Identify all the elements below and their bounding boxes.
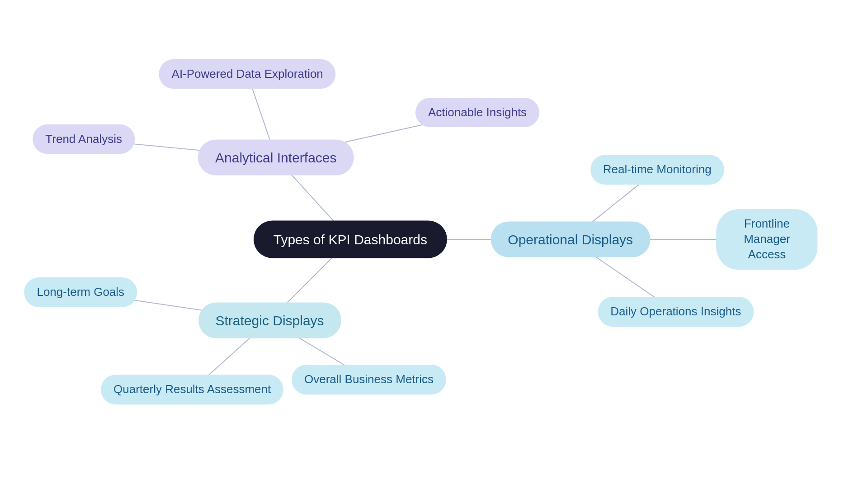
real-time-monitoring-node[interactable]: Real-time Monitoring: [590, 155, 724, 185]
mind-map-canvas: Types of KPI DashboardsAnalytical Interf…: [0, 0, 868, 490]
daily-operations-node[interactable]: Daily Operations Insights: [598, 297, 754, 327]
ai-powered-node[interactable]: AI-Powered Data Exploration: [159, 59, 336, 89]
overall-business-node[interactable]: Overall Business Metrics: [292, 365, 446, 395]
quarterly-results-node[interactable]: Quarterly Results Assessment: [101, 375, 283, 405]
analytical-interfaces-node[interactable]: Analytical Interfaces: [198, 140, 354, 176]
trend-analysis-node[interactable]: Trend Analysis: [33, 124, 135, 154]
long-term-goals-node[interactable]: Long-term Goals: [24, 277, 137, 307]
center-node[interactable]: Types of KPI Dashboards: [254, 221, 447, 258]
frontline-manager-node[interactable]: Frontline Manager Access: [717, 209, 818, 269]
operational-displays-node[interactable]: Operational Displays: [491, 222, 650, 257]
actionable-insights-node[interactable]: Actionable Insights: [415, 98, 539, 128]
strategic-displays-node[interactable]: Strategic Displays: [198, 302, 341, 338]
